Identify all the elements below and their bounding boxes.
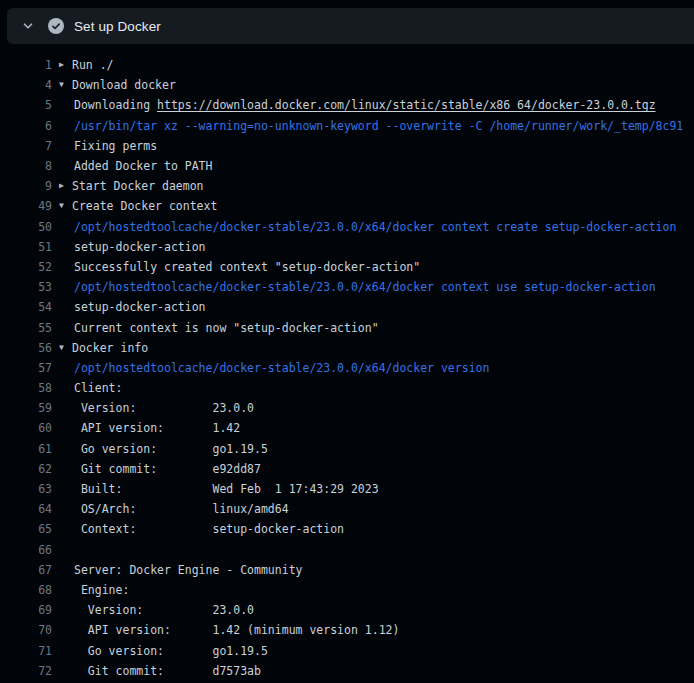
log-line: 51setup-docker-action bbox=[0, 237, 694, 257]
log-line: 59 Version: 23.0.0 bbox=[0, 398, 694, 418]
line-number[interactable]: 51 bbox=[0, 240, 52, 254]
log-line: 49▼Create Docker context bbox=[0, 196, 694, 216]
log-line: 1▶Run ./ bbox=[0, 55, 694, 75]
log-text: setup-docker-action bbox=[52, 240, 694, 254]
log-message: setup-docker-action bbox=[74, 300, 206, 314]
triangle-right-icon: ▶ bbox=[59, 182, 72, 190]
log-group-header[interactable]: ▼Create Docker context bbox=[52, 199, 694, 213]
triangle-down-icon: ▼ bbox=[59, 344, 72, 352]
log-message: Git commit: d7573ab bbox=[74, 664, 261, 678]
log-group-header[interactable]: ▶Start Docker daemon bbox=[52, 179, 694, 193]
line-number[interactable]: 57 bbox=[0, 361, 52, 375]
log-message: Client: bbox=[74, 381, 122, 395]
line-number[interactable]: 5 bbox=[0, 98, 52, 112]
log-text: Version: 23.0.0 bbox=[52, 603, 694, 617]
log-text: Go version: go1.19.5 bbox=[52, 644, 694, 658]
log-text: OS/Arch: linux/amd64 bbox=[52, 502, 694, 516]
line-number[interactable]: 69 bbox=[0, 603, 52, 617]
log-line: 52Successfully created context "setup-do… bbox=[0, 257, 694, 277]
step-title: Set up Docker bbox=[74, 19, 161, 34]
log-line: 55Current context is now "setup-docker-a… bbox=[0, 317, 694, 337]
log-command-text: /opt/hostedtoolcache/docker-stable/23.0.… bbox=[52, 361, 694, 375]
line-number[interactable]: 62 bbox=[0, 462, 52, 476]
line-number[interactable]: 71 bbox=[0, 644, 52, 658]
log-text: Context: setup-docker-action bbox=[52, 522, 694, 536]
log-text: Go version: go1.19.5 bbox=[52, 442, 694, 456]
log-message: setup-docker-action bbox=[74, 240, 206, 254]
chevron-down-icon[interactable] bbox=[17, 15, 39, 37]
step-header[interactable]: Set up Docker bbox=[7, 8, 694, 44]
line-number[interactable]: 49 bbox=[0, 199, 52, 213]
log-line: 57/opt/hostedtoolcache/docker-stable/23.… bbox=[0, 358, 694, 378]
log-message: Successfully created context "setup-dock… bbox=[74, 260, 420, 274]
line-number[interactable]: 50 bbox=[0, 220, 52, 234]
line-number[interactable]: 63 bbox=[0, 482, 52, 496]
log-text: Downloading https://download.docker.com/… bbox=[52, 98, 694, 112]
log-line: 6/usr/bin/tar xz --warning=no-unknown-ke… bbox=[0, 116, 694, 136]
line-number[interactable]: 60 bbox=[0, 421, 52, 435]
log-message: API version: 1.42 bbox=[74, 421, 240, 435]
log-command-text: /opt/hostedtoolcache/docker-stable/23.0.… bbox=[52, 220, 694, 234]
log-line: 67Server: Docker Engine - Community bbox=[0, 560, 694, 580]
log-text: Server: Docker Engine - Community bbox=[52, 563, 694, 577]
line-number[interactable]: 54 bbox=[0, 300, 52, 314]
line-number[interactable]: 66 bbox=[0, 543, 52, 557]
line-number[interactable]: 55 bbox=[0, 321, 52, 335]
log-line: 9▶Start Docker daemon bbox=[0, 176, 694, 196]
log-text: Built: Wed Feb 1 17:43:29 2023 bbox=[52, 482, 694, 496]
group-title: Run ./ bbox=[72, 58, 114, 72]
log-text: Version: 23.0.0 bbox=[52, 401, 694, 415]
log-message: Engine: bbox=[74, 583, 129, 597]
log-message: Version: 23.0.0 bbox=[74, 603, 254, 617]
log-message: Server: Docker Engine - Community bbox=[74, 563, 302, 577]
log-line: 54setup-docker-action bbox=[0, 297, 694, 317]
line-number[interactable]: 68 bbox=[0, 583, 52, 597]
log-text: setup-docker-action bbox=[52, 300, 694, 314]
log-line: 70 API version: 1.42 (minimum version 1.… bbox=[0, 620, 694, 640]
triangle-down-icon: ▼ bbox=[59, 202, 72, 210]
line-number[interactable]: 7 bbox=[0, 139, 52, 153]
line-number[interactable]: 61 bbox=[0, 442, 52, 456]
line-number[interactable]: 6 bbox=[0, 119, 52, 133]
line-number[interactable]: 56 bbox=[0, 341, 52, 355]
log-group-header[interactable]: ▶Run ./ bbox=[52, 58, 694, 72]
line-number[interactable]: 8 bbox=[0, 159, 52, 173]
log-group-header[interactable]: ▼Download docker bbox=[52, 78, 694, 92]
log-message: Downloading bbox=[74, 98, 157, 112]
line-number[interactable]: 64 bbox=[0, 502, 52, 516]
log-line: 64 OS/Arch: linux/amd64 bbox=[0, 499, 694, 519]
log-text: Git commit: e92dd87 bbox=[52, 462, 694, 476]
line-number[interactable]: 58 bbox=[0, 381, 52, 395]
log-command-text: /usr/bin/tar xz --warning=no-unknown-key… bbox=[52, 119, 694, 133]
log-message: Current context is now "setup-docker-act… bbox=[74, 321, 379, 335]
log-text: Git commit: d7573ab bbox=[52, 664, 694, 678]
log-command-text: /opt/hostedtoolcache/docker-stable/23.0.… bbox=[52, 280, 694, 294]
log-message: Fixing perms bbox=[74, 139, 157, 153]
log-line: 69 Version: 23.0.0 bbox=[0, 600, 694, 620]
log-message: Go version: go1.19.5 bbox=[74, 644, 268, 658]
log-text: Client: bbox=[52, 381, 694, 395]
log-message: Built: Wed Feb 1 17:43:29 2023 bbox=[74, 482, 379, 496]
log-line: 8Added Docker to PATH bbox=[0, 156, 694, 176]
log-group-header[interactable]: ▼Docker info bbox=[52, 341, 694, 355]
log-line: 62 Git commit: e92dd87 bbox=[0, 459, 694, 479]
line-number[interactable]: 1 bbox=[0, 58, 52, 72]
log-message: API version: 1.42 (minimum version 1.12) bbox=[74, 623, 399, 637]
line-number[interactable]: 9 bbox=[0, 179, 52, 193]
group-title: Start Docker daemon bbox=[72, 179, 204, 193]
line-number[interactable]: 59 bbox=[0, 401, 52, 415]
log-line: 56▼Docker info bbox=[0, 338, 694, 358]
line-number[interactable]: 52 bbox=[0, 260, 52, 274]
line-number[interactable]: 4 bbox=[0, 78, 52, 92]
line-number[interactable]: 67 bbox=[0, 563, 52, 577]
log-lines: 1▶Run ./4▼Download docker5Downloading ht… bbox=[0, 55, 694, 681]
line-number[interactable]: 53 bbox=[0, 280, 52, 294]
log-link[interactable]: https://download.docker.com/linux/static… bbox=[157, 98, 656, 112]
log-line: 60 API version: 1.42 bbox=[0, 418, 694, 438]
line-number[interactable]: 70 bbox=[0, 623, 52, 637]
line-number[interactable]: 65 bbox=[0, 522, 52, 536]
log-line: 63 Built: Wed Feb 1 17:43:29 2023 bbox=[0, 479, 694, 499]
log-line: 61 Go version: go1.19.5 bbox=[0, 439, 694, 459]
log-line: 53/opt/hostedtoolcache/docker-stable/23.… bbox=[0, 277, 694, 297]
line-number[interactable]: 72 bbox=[0, 664, 52, 678]
